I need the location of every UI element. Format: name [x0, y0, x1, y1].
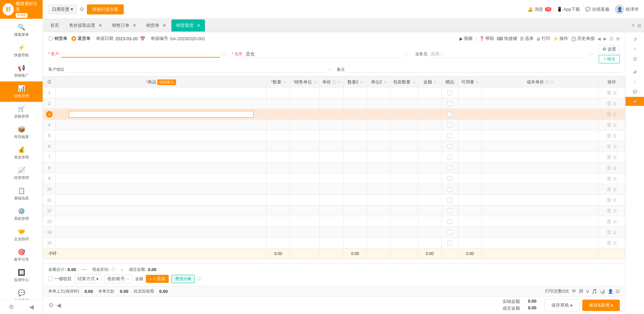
row-price-7[interactable]	[319, 152, 343, 163]
customer-picker-icon[interactable]: ···	[222, 51, 226, 57]
copy-row-15[interactable]: ⊞	[613, 240, 617, 246]
row-product-1[interactable]	[56, 87, 267, 98]
row-qty2-10[interactable]	[343, 184, 367, 195]
account-no-input[interactable]: 收款账号 ···	[104, 274, 132, 283]
row-price-14[interactable]	[319, 227, 343, 238]
sidebar-item-guide[interactable]: 🎯 新手引导	[0, 245, 43, 265]
price-sort-icon[interactable]: ⇅	[338, 80, 340, 84]
row-unit2-6[interactable]	[367, 141, 390, 152]
experience-btn[interactable]: 体验行业方案	[87, 4, 124, 14]
row-amount-2[interactable]	[418, 98, 441, 109]
tool-pin[interactable]: 拼	[579, 288, 583, 294]
row-qty-15[interactable]	[267, 238, 290, 248]
right-panel-btn-6[interactable]: 💬	[626, 87, 644, 96]
delete-row-8[interactable]: 🗑	[606, 165, 612, 171]
sidebar-item-apps[interactable]: 🔲 应用中心	[0, 265, 43, 286]
row-product-8[interactable]	[56, 163, 267, 173]
row-price-4[interactable]	[319, 120, 343, 130]
gift-checkbox-6[interactable]	[447, 144, 452, 149]
row-unit2-7[interactable]	[367, 152, 390, 163]
tab-sales-return[interactable]: 销货退货 ✕	[171, 19, 205, 32]
unit2-sort-icon[interactable]: ⇅	[384, 80, 386, 84]
account-method-select[interactable]: 结算方式 ▾	[74, 274, 102, 283]
th-gear[interactable]: ⚙	[43, 77, 56, 87]
qty2-sort-icon[interactable]: ⇅	[360, 80, 363, 84]
online-service-btn[interactable]: 💬 在线客服	[585, 6, 609, 12]
row-product-4[interactable]	[56, 120, 267, 130]
warehouse-picker-icon[interactable]: ···	[405, 51, 410, 57]
action-print[interactable]: 🖨 打印	[536, 36, 550, 42]
row-available-7[interactable]	[458, 152, 482, 163]
sidebar-item-quick[interactable]: ⚡ 快捷导航	[0, 41, 43, 61]
gift-checkbox-2[interactable]	[447, 101, 452, 106]
row-price-11[interactable]	[319, 195, 343, 205]
row-qty2-12[interactable]	[343, 205, 367, 216]
row-cost-3[interactable]	[482, 109, 598, 120]
add-row-btn-3[interactable]: +	[46, 111, 53, 118]
row-qty2-2[interactable]	[343, 98, 367, 109]
row-product-7[interactable]	[56, 152, 267, 163]
row-unit-9[interactable]	[290, 173, 319, 184]
product-input-3[interactable]	[69, 111, 254, 118]
row-available-12[interactable]	[458, 205, 482, 216]
gear-icon[interactable]: ⚙	[47, 79, 52, 85]
sidebar-item-marketing[interactable]: 📢 营销推广	[0, 61, 43, 81]
row-qty-11[interactable]	[267, 195, 290, 205]
delete-row-9[interactable]: 🗑	[606, 176, 612, 181]
nav-next-icon[interactable]: ▶	[603, 36, 607, 41]
gift-checkbox-11[interactable]	[447, 198, 452, 202]
view-grid-icon[interactable]: ⊞	[616, 36, 620, 41]
row-cost-2[interactable]	[482, 98, 598, 109]
row-price-2[interactable]	[319, 98, 343, 109]
row-amount-7[interactable]	[418, 152, 441, 163]
row-product-15[interactable]	[56, 238, 267, 248]
cost-sort-icon[interactable]: ⇅	[551, 80, 553, 84]
row-pkg-15[interactable]	[390, 238, 418, 248]
row-qty-7[interactable]	[267, 152, 290, 163]
row-qty2-3[interactable]	[343, 109, 367, 120]
action-help[interactable]: ❓ 帮助	[479, 36, 494, 42]
row-cost-1[interactable]	[482, 87, 598, 98]
row-pkg-10[interactable]	[390, 184, 418, 195]
warehouse-input[interactable]: 总仓	[245, 50, 404, 58]
row-product-5[interactable]	[56, 130, 267, 141]
row-qty-2[interactable]	[267, 98, 290, 109]
row-qty2-11[interactable]	[343, 195, 367, 205]
row-pkg-9[interactable]	[390, 173, 418, 184]
date-value[interactable]: 2023-03-20	[115, 36, 138, 41]
row-unit2-15[interactable]	[367, 238, 390, 248]
row-amount-1[interactable]	[418, 87, 441, 98]
row-cost-4[interactable]	[482, 120, 598, 130]
one-click-payment-label[interactable]: 一键收款	[48, 276, 72, 282]
sidebar-item-purchase[interactable]: 🛒 采购管理	[0, 102, 43, 122]
unit-sort-icon[interactable]: ⇅	[314, 80, 317, 84]
row-price-12[interactable]	[319, 205, 343, 216]
copy-row-12[interactable]: ⊞	[613, 208, 617, 213]
save-draft-btn[interactable]: 保存草稿 ▾	[544, 299, 580, 311]
row-qty2-6[interactable]	[343, 141, 367, 152]
row-pkg-11[interactable]	[390, 195, 418, 205]
message-btn[interactable]: 🔔 消息 70	[528, 6, 551, 12]
row-unit2-10[interactable]	[367, 184, 390, 195]
delete-row-13[interactable]: 🗑	[606, 218, 612, 224]
tab-menu-icon[interactable]: ⊞	[637, 23, 641, 28]
row-qty-8[interactable]	[267, 163, 290, 173]
row-qty2-5[interactable]	[343, 130, 367, 141]
customer-input[interactable]	[61, 51, 220, 58]
copy-row-4[interactable]: ⊞	[613, 122, 617, 128]
sidebar-item-enterprise[interactable]: 🤝 企业协同	[0, 225, 43, 245]
available-sort-icon[interactable]: ⇅	[476, 80, 479, 84]
sidebar-item-inventory[interactable]: 📦 库存核算	[0, 122, 43, 143]
row-available-5[interactable]	[458, 130, 482, 141]
radio-return[interactable]: 退货单	[71, 36, 91, 42]
price-info-icon[interactable]: ⓘ	[332, 80, 336, 84]
row-amount-4[interactable]	[418, 120, 441, 130]
row-price-15[interactable]	[319, 238, 343, 248]
row-price-13[interactable]	[319, 216, 343, 227]
row-available-3[interactable]	[458, 109, 482, 120]
row-available-8[interactable]	[458, 163, 482, 173]
row-unit-10[interactable]	[290, 184, 319, 195]
row-cost-9[interactable]	[482, 173, 598, 184]
row-qty-1[interactable]	[267, 87, 290, 98]
row-pkg-14[interactable]	[390, 227, 418, 238]
